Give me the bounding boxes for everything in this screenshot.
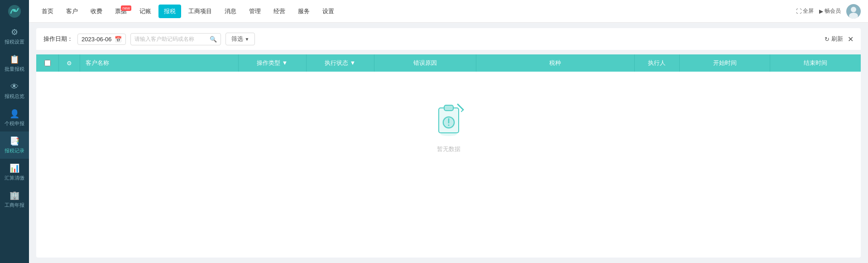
nav-item-settings[interactable]: 设置 (317, 5, 340, 18)
toolbar: 操作日期： 2023-06-06 📅 请输入客户助记码或名称 🔍 筛选 ▼ ↻ … (36, 28, 861, 50)
topnav-right: ⛶ 全屏 ▶ 畅会员 (796, 4, 861, 19)
sidebar-item-geshuishenqing[interactable]: 👤 个税申报 (0, 104, 29, 132)
nav-item-message[interactable]: 消息 (219, 5, 242, 18)
sidebar-item-huisuan-jiaona[interactable]: 📊 汇算清缴 (0, 159, 29, 186)
nav-item-customer[interactable]: 客户 (61, 5, 83, 18)
page-content: 操作日期： 2023-06-06 📅 请输入客户助记码或名称 🔍 筛选 ▼ ↻ … (29, 23, 868, 263)
empty-text: 暂无数据 (437, 145, 460, 153)
sidebar-item-label: 个税申报 (5, 120, 24, 127)
date-label: 操作日期： (43, 35, 73, 43)
sidebar: ⚙ 报税设置 📋 批量报税 👁 报税总览 👤 个税申报 📑 报税记录 📊 汇算清… (0, 0, 29, 263)
sidebar-item-baoshui-zongjian[interactable]: 👁 报税总览 (0, 77, 29, 104)
date-picker[interactable]: 2023-06-06 📅 (77, 34, 126, 45)
settlement-icon: 📊 (10, 163, 19, 173)
vip-button[interactable]: ▶ 畅会员 (819, 7, 841, 15)
svg-point-1 (13, 9, 16, 12)
close-icon: ✕ (848, 35, 854, 43)
avatar[interactable] (846, 4, 861, 19)
calendar-icon: 📅 (115, 36, 122, 43)
empty-illustration (431, 99, 467, 140)
nav-item-manage[interactable]: 管理 (244, 5, 266, 18)
refresh-icon: ↻ (825, 36, 830, 43)
main-table: ⚙ 客户名称 操作类型 ▼ 执行状态 ▼ 错误原因 (36, 54, 861, 180)
search-icon: 🔍 (210, 36, 217, 43)
th-status[interactable]: 执行状态 ▼ (306, 54, 374, 72)
nav-item-tax[interactable]: 报税 (158, 5, 181, 18)
filter-button[interactable]: 筛选 ▼ (225, 33, 255, 45)
th-error: 错误原因 (374, 54, 476, 72)
tax-settings-icon: ⚙ (11, 27, 18, 37)
th-tax: 税种 (476, 54, 634, 72)
th-end-time: 结束时间 (770, 54, 861, 72)
th-checkbox (36, 54, 59, 72)
select-all-checkbox[interactable] (44, 60, 51, 66)
svg-rect-8 (444, 105, 453, 111)
batch-tax-icon: 📋 (10, 54, 19, 64)
tax-record-icon: 📑 (10, 136, 19, 146)
sidebar-item-label: 工商年报 (5, 202, 24, 209)
sidebar-item-label: 批量报税 (5, 66, 24, 73)
table-container: ⚙ 客户名称 操作类型 ▼ 执行状态 ▼ 错误原因 (36, 54, 861, 258)
th-op-type[interactable]: 操作类型 ▼ (238, 54, 306, 72)
th-executor: 执行人 (634, 54, 680, 72)
chevron-down-icon: ▼ (245, 37, 249, 42)
refresh-button[interactable]: ↻ 刷新 (825, 35, 843, 43)
close-button[interactable]: ✕ (848, 35, 854, 44)
nav-item-home[interactable]: 首页 (36, 5, 59, 18)
sidebar-item-label: 汇算清缴 (5, 175, 24, 181)
main-wrapper: 首页 客户 收费 票据 new 记账 报税 工商项目 消息 (29, 0, 868, 263)
svg-point-12 (448, 125, 449, 126)
tax-overview-icon: 👁 (10, 82, 19, 92)
table-header-row: ⚙ 客户名称 操作类型 ▼ 执行状态 ▼ 错误原因 (36, 54, 861, 72)
sidebar-item-piliang-baoshui[interactable]: 📋 批量报税 (0, 50, 29, 77)
search-box[interactable]: 请输入客户助记码或名称 🔍 (130, 33, 221, 45)
th-start-time: 开始时间 (680, 54, 770, 72)
new-badge: new (121, 5, 131, 11)
vip-icon: ▶ (819, 8, 823, 15)
th-name: 客户名称 (80, 54, 238, 72)
nav-item-industrial[interactable]: 工商项目 (183, 5, 217, 18)
sidebar-item-baoshui-shezhi[interactable]: ⚙ 报税设置 (0, 23, 29, 50)
sidebar-item-label: 报税总览 (5, 93, 24, 100)
nav-item-operation[interactable]: 经营 (268, 5, 291, 18)
annual-report-icon: 🏢 (10, 190, 19, 200)
sidebar-logo (0, 0, 29, 23)
svg-point-13 (441, 132, 457, 136)
nav-item-service[interactable]: 服务 (293, 5, 315, 18)
sidebar-item-baoshuijilu[interactable]: 📑 报税记录 (0, 132, 29, 159)
fullscreen-button[interactable]: ⛶ 全屏 (796, 7, 814, 15)
sidebar-item-gongshang-nianbao[interactable]: 🏢 工商年报 (0, 186, 29, 213)
search-placeholder: 请输入客户助记码或名称 (134, 35, 194, 43)
nav-item-invoice[interactable]: 票据 new (110, 5, 132, 18)
th-settings[interactable]: ⚙ (59, 54, 80, 72)
svg-line-6 (461, 110, 463, 112)
toolbar-right: ↻ 刷新 ✕ (825, 35, 854, 44)
sidebar-item-label: 报税设置 (5, 39, 24, 45)
empty-state: 暂无数据 (36, 72, 861, 180)
topnav: 首页 客户 收费 票据 new 记账 报税 工商项目 消息 (29, 0, 868, 23)
personal-tax-icon: 👤 (10, 109, 19, 119)
sidebar-item-label: 报税记录 (5, 147, 24, 154)
nav-item-charge[interactable]: 收费 (85, 5, 108, 18)
nav-item-account[interactable]: 记账 (134, 5, 157, 18)
date-value: 2023-06-06 (82, 36, 112, 43)
filter-label: 筛选 (231, 35, 243, 43)
svg-point-3 (851, 7, 856, 12)
topnav-items: 首页 客户 收费 票据 new 记账 报税 工商项目 消息 (36, 5, 796, 18)
empty-state-row: 暂无数据 (36, 72, 861, 180)
fullscreen-icon: ⛶ (796, 8, 801, 15)
